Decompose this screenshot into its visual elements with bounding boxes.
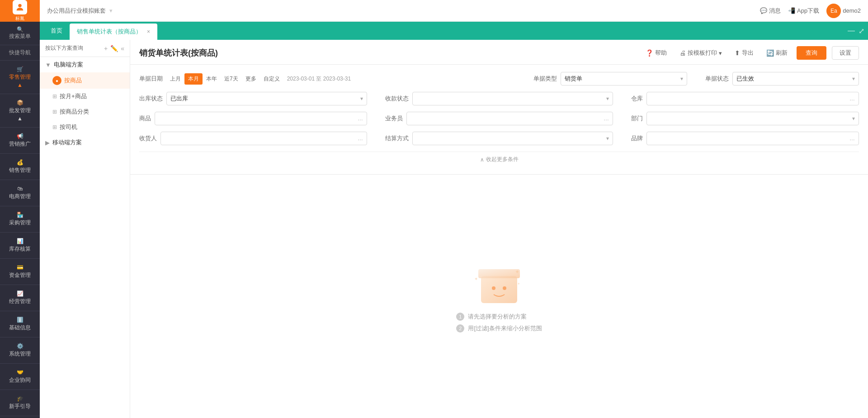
query-button[interactable]: 查询 <box>797 46 826 60</box>
scheme-mobile-label: 移动端方案 <box>52 138 82 147</box>
sidebar-item-finance[interactable]: 💳 资金管理 <box>0 259 40 285</box>
tab-bar: 首页 销售单统计表（按商品） × — ⤢ <box>40 22 868 40</box>
user-profile[interactable]: Ea demo2 <box>826 4 861 18</box>
sales-icon: 💰 <box>17 159 24 166</box>
logo-icon <box>13 0 27 14</box>
filter-row-3: 商品 … 业务员 … 部门 <box>139 112 859 125</box>
sidebar-item-system[interactable]: ⚙️ 系统管理 <box>0 337 40 364</box>
receive-status-label: 收款状态 <box>385 95 409 103</box>
salesperson-dots: … <box>604 115 609 122</box>
sidebar-item-retail[interactable]: 🛒 零售管理 ▲ <box>0 61 40 94</box>
scheme-mobile-arrow: ▶ <box>45 139 50 146</box>
sidebar-item-wholesale[interactable]: 📦 批发管理 ▲ <box>0 94 40 128</box>
doc-status-select[interactable]: 已生效 ▾ <box>732 72 859 86</box>
sidebar-item-inventory[interactable]: 📊 库存核算 <box>0 233 40 259</box>
help-btn[interactable]: ❓ 帮助 <box>642 47 670 59</box>
date-tab-7days[interactable]: 近7天 <box>221 73 242 85</box>
search-menu[interactable]: 🔍 搜索菜单 <box>0 22 40 45</box>
scheme-mobile-parent[interactable]: ▶ 移动端方案 <box>40 135 130 150</box>
wholesale-arrow: ▲ <box>17 115 23 122</box>
sidebar-item-enterprise[interactable]: 🤝 企业协同 <box>0 364 40 390</box>
message-btn[interactable]: 💬 消息 <box>760 7 781 15</box>
collapse-label: 收起更多条件 <box>486 156 519 163</box>
receive-status-select[interactable]: ▾ <box>412 92 613 105</box>
receive-status-arrow: ▾ <box>606 95 609 102</box>
export-btn[interactable]: ⬆ 导出 <box>731 47 757 59</box>
collapse-btn[interactable]: ∧ 收起更多条件 <box>480 156 519 163</box>
tab-minimize-icon[interactable]: — <box>848 27 855 35</box>
tab-maximize-icon[interactable]: ⤢ <box>859 27 864 35</box>
main-area: 办公用品行业模拟账套 ▾ 💬 消息 📲 App下载 Ea demo2 首页 <box>40 0 868 418</box>
collapse-left-icon[interactable]: « <box>121 45 124 52</box>
industry-name: 办公用品行业模拟账套 <box>47 7 106 15</box>
brand-select[interactable]: … <box>646 132 859 145</box>
breadcrumb-separator: ▾ <box>109 7 113 14</box>
sidebar-item-label-purchase: 采购管理 <box>9 219 31 227</box>
scheme-child-by-product[interactable]: ● 按商品 <box>40 72 130 89</box>
filter-row-1: 单据日期 上月 本月 本年 近7天 更多 自定义 2023-03-01 至 20… <box>139 72 859 86</box>
date-tab-custom[interactable]: 自定义 <box>260 73 283 85</box>
scheme-child-cashier[interactable]: ⊞ 按司机 <box>40 119 130 135</box>
doc-type-select[interactable]: 销货单 ▾ <box>561 72 687 86</box>
cashier-icon: ⊞ <box>52 124 57 130</box>
quick-nav[interactable]: 快捷导航 <box>0 45 40 61</box>
add-scheme-btn[interactable]: + <box>104 45 108 52</box>
breadcrumb: 办公用品行业模拟账套 ▾ <box>47 7 113 15</box>
refresh-btn[interactable]: 🔄 刷新 <box>763 47 791 59</box>
tab-close-icon[interactable]: × <box>147 28 150 35</box>
warehouse-select[interactable]: … <box>646 92 859 105</box>
consignee-label: 收货人 <box>139 134 157 142</box>
sidebar-item-ecommerce[interactable]: 🛍 电商管理 <box>0 180 40 206</box>
app-download-btn[interactable]: 📲 App下载 <box>788 7 819 15</box>
svg-point-4 <box>503 286 506 290</box>
empty-text: 1 请先选择要分析的方案 2 用[过滤]条件来缩小分析范围 <box>456 313 542 332</box>
filter-brand-field: 品牌 … <box>631 132 859 145</box>
out-status-select[interactable]: 已出库 ▾ <box>166 92 367 105</box>
quick-nav-label: 快捷导航 <box>0 49 40 57</box>
scheme-pc-parent[interactable]: ▼ 电脑端方案 <box>40 57 130 72</box>
template-print-btn[interactable]: 🖨 按模板打印 ▾ <box>676 47 726 59</box>
tip-2-label: 用[过滤]条件来缩小分析范围 <box>468 324 542 332</box>
product-dots: … <box>358 115 363 122</box>
username: demo2 <box>843 7 861 14</box>
tip-num-2: 2 <box>456 324 464 332</box>
out-status-value: 已出库 <box>170 95 188 103</box>
settings-button[interactable]: 设置 <box>832 46 859 60</box>
department-select[interactable]: ▾ <box>646 112 859 125</box>
date-tab-more[interactable]: 更多 <box>242 73 260 85</box>
sidebar-item-operations[interactable]: 📈 经营管理 <box>0 285 40 311</box>
date-tab-this-year[interactable]: 本年 <box>203 73 221 85</box>
sidebar-item-apps[interactable]: 📱 应用中心 <box>0 416 40 418</box>
date-tab-this-month[interactable]: 本月 <box>184 73 203 85</box>
sidebar-item-label-system: 系统管理 <box>9 350 31 358</box>
edit-scheme-icon[interactable]: ✏️ <box>110 45 118 52</box>
scheme-child-month-product[interactable]: ⊞ 按月+商品 <box>40 89 130 104</box>
salesperson-select[interactable]: … <box>406 112 613 125</box>
svg-text:✦: ✦ <box>474 276 478 281</box>
sidebar-item-label-marketing: 营销推广 <box>9 140 31 148</box>
sidebar-item-purchase[interactable]: 🏪 采购管理 <box>0 206 40 233</box>
scheme-category-label: 按商品分类 <box>60 108 89 116</box>
product-select[interactable]: … <box>155 112 367 125</box>
svg-text:✦: ✦ <box>517 282 520 286</box>
empty-tip-2: 2 用[过滤]条件来缩小分析范围 <box>456 324 542 332</box>
print-icon: 🖨 <box>679 49 686 57</box>
tab-active[interactable]: 销售单统计表（按商品） × <box>70 24 157 40</box>
filter-doc-type-field: 单据类型 销货单 ▾ <box>533 72 687 86</box>
scheme-pc-arrow: ▼ <box>45 62 51 68</box>
sidebar-item-sales[interactable]: 💰 销售管理 <box>0 154 40 180</box>
date-tabs: 上月 本月 本年 近7天 更多 自定义 <box>166 73 283 85</box>
sidebar-item-marketing[interactable]: 📢 营销推广 <box>0 128 40 154</box>
sidebar-item-basic[interactable]: ℹ️ 基础信息 <box>0 311 40 337</box>
consignee-select[interactable]: … <box>160 132 367 145</box>
tab-bar-right: — ⤢ <box>848 27 864 35</box>
scheme-child-category[interactable]: ⊞ 按商品分类 <box>40 104 130 119</box>
sidebar-item-label-wholesale: 批发管理 <box>9 107 31 114</box>
tab-home[interactable]: 首页 <box>43 22 70 40</box>
sidebar-item-guide[interactable]: 🎓 新手引导 <box>0 390 40 416</box>
month-product-icon: ⊞ <box>52 93 57 100</box>
svg-point-3 <box>492 286 495 290</box>
payment-select[interactable]: ▾ <box>412 132 613 145</box>
date-tab-last-month[interactable]: 上月 <box>166 73 184 85</box>
svg-point-0 <box>18 4 21 7</box>
